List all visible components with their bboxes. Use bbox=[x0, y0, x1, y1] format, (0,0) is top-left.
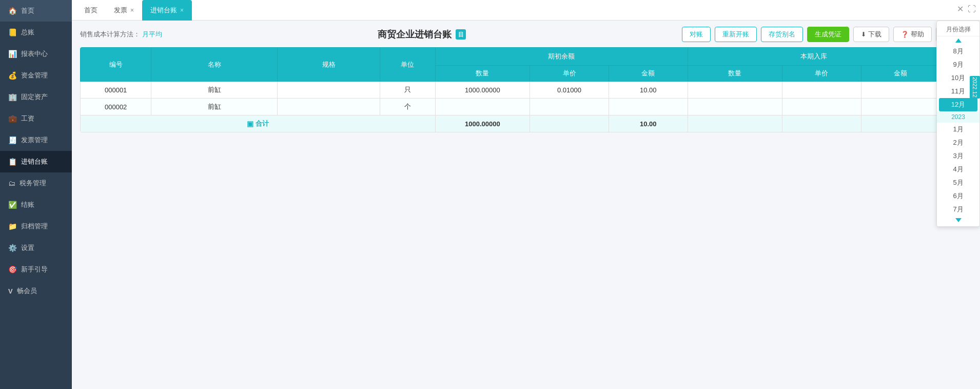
generate-voucher-button[interactable]: 生成凭证 bbox=[807, 27, 849, 42]
total-label-cell: ▣ 合计 bbox=[81, 115, 436, 132]
month-item-2023-6[interactable]: 6月 bbox=[937, 189, 979, 203]
sidebar-item-tax-management[interactable]: 🗂 税务管理 bbox=[0, 172, 72, 194]
sidebar-item-report-center[interactable]: 📊 报表中心 bbox=[0, 43, 72, 65]
home-icon: 🏠 bbox=[8, 7, 17, 15]
cell-benqi-shuliang bbox=[688, 82, 782, 99]
col-header-qichu-jine: 金额 bbox=[609, 66, 688, 82]
cell-benqi-jine bbox=[861, 99, 940, 115]
page-header: 销售成本计算方法： 月平均 商贸企业进销台账 目 对账 重新开账 存货别名 bbox=[80, 27, 972, 42]
tab-ledger-close[interactable]: × bbox=[180, 7, 184, 14]
cell-guige bbox=[278, 82, 380, 99]
ledger-table: 编号 名称 规格 单位 期初余额 本期入库 数 数量 单价 金额 数量 单价 bbox=[80, 47, 972, 132]
month-item-2023-3[interactable]: 3月 bbox=[937, 149, 979, 163]
month-panel: 月份选择 8月 9月 10月 11月 12月 2023 1月 2月 3月 4月 … bbox=[936, 21, 980, 227]
tab-invoice[interactable]: 发票 × bbox=[106, 0, 142, 21]
briefcase-icon: 💼 bbox=[8, 114, 17, 123]
cell-benqi-shuliang bbox=[688, 99, 782, 115]
sidebar-item-fund-management[interactable]: 💰 资金管理 bbox=[0, 65, 72, 86]
total-qichu-danjia bbox=[530, 115, 609, 132]
page-actions: 对账 重新开账 存货别名 生成凭证 ⬇ 下载 ❓ 帮助 bbox=[682, 27, 972, 42]
total-benqi-shuliang bbox=[688, 115, 782, 132]
tab-bar: 首页 发票 × 进销台账 × bbox=[72, 0, 980, 21]
cell-qichu-jine: 10.00 bbox=[609, 82, 688, 99]
col-header-danwei: 单位 bbox=[380, 48, 436, 82]
table-row: 000002 前缸 个 bbox=[81, 99, 972, 115]
cell-qichu-danjia bbox=[530, 99, 609, 115]
tax-icon: 🗂 bbox=[8, 179, 15, 187]
month-item-8[interactable]: 8月 bbox=[937, 45, 979, 58]
reopen-button[interactable]: 重新开账 bbox=[715, 27, 757, 42]
cell-benqi-danjia bbox=[782, 99, 861, 115]
table-row: 000001 前缸 只 1000.00000 0.01000 10.00 bbox=[81, 82, 972, 99]
sidebar-item-salary[interactable]: 💼 工资 bbox=[0, 108, 72, 129]
main-area: ✕ ⛶ 首页 发票 × 进销台账 × 销售成本计算方法： 月平均 商贸企业进销台… bbox=[72, 0, 980, 389]
month-scroll-up-button[interactable] bbox=[937, 36, 979, 45]
guide-icon: 🎯 bbox=[8, 265, 17, 274]
col-header-qichu: 期初余额 bbox=[435, 48, 688, 66]
month-item-9[interactable]: 9月 bbox=[937, 58, 979, 71]
sidebar-item-purchase-sales-ledger[interactable]: 📋 进销台账 bbox=[0, 151, 72, 172]
col-header-benqi-shuliang: 数量 bbox=[688, 66, 782, 82]
cell-danwei: 个 bbox=[380, 99, 436, 115]
month-item-12[interactable]: 12月 bbox=[939, 98, 977, 111]
chart-icon: 📊 bbox=[8, 50, 17, 58]
col-header-guige: 规格 bbox=[278, 48, 380, 82]
sidebar-item-invoice-management[interactable]: 🧾 发票管理 bbox=[0, 129, 72, 151]
duizhang-button[interactable]: 对账 bbox=[682, 27, 711, 42]
month-item-2023-5[interactable]: 5月 bbox=[937, 176, 979, 189]
month-panel-header: 月份选择 bbox=[937, 23, 979, 36]
close-window-button[interactable]: ✕ bbox=[957, 4, 964, 14]
check-icon: ✅ bbox=[8, 201, 17, 209]
sidebar-item-archive-management[interactable]: 📁 归档管理 bbox=[0, 216, 72, 237]
cell-guige bbox=[278, 99, 380, 115]
money-icon: 💰 bbox=[8, 71, 17, 80]
cell-qichu-jine bbox=[609, 99, 688, 115]
col-header-qichu-shuliang: 数量 bbox=[435, 66, 530, 82]
tab-home[interactable]: 首页 bbox=[76, 0, 106, 21]
cell-qichu-danjia: 0.01000 bbox=[530, 82, 609, 99]
sidebar-item-settings[interactable]: ⚙️ 设置 bbox=[0, 237, 72, 259]
tab-invoice-close[interactable]: × bbox=[130, 7, 134, 14]
window-controls: ✕ ⛶ bbox=[957, 4, 976, 14]
month-item-2023-4[interactable]: 4月 bbox=[937, 163, 979, 176]
cell-bianhao: 000002 bbox=[81, 99, 151, 115]
cell-qichu-shuliang bbox=[435, 99, 530, 115]
cell-mingcheng: 前缸 bbox=[151, 99, 278, 115]
total-benqi-jine bbox=[861, 115, 940, 132]
month-item-2023-7[interactable]: 7月 bbox=[937, 203, 979, 216]
col-header-benqi-danjia: 单价 bbox=[782, 66, 861, 82]
year-badge-2022: 2022.12 bbox=[970, 76, 980, 99]
cell-mingcheng: 前缸 bbox=[151, 82, 278, 99]
cell-danwei: 只 bbox=[380, 82, 436, 99]
month-scroll-down-button[interactable] bbox=[937, 216, 979, 224]
sidebar-item-vip[interactable]: V 畅会员 bbox=[0, 280, 72, 302]
svg-marker-1 bbox=[955, 218, 962, 222]
sidebar-item-fixed-assets[interactable]: 🏢 固定资产 bbox=[0, 86, 72, 108]
sidebar-item-checkout[interactable]: ✅ 结账 bbox=[0, 194, 72, 216]
page-meta: 销售成本计算方法： 月平均 bbox=[80, 30, 162, 39]
download-icon: ⬇ bbox=[861, 31, 866, 38]
content-area: 销售成本计算方法： 月平均 商贸企业进销台账 目 对账 重新开账 存货别名 bbox=[72, 21, 980, 389]
month-item-2023-2[interactable]: 2月 bbox=[937, 136, 979, 149]
folder-icon: 📁 bbox=[8, 222, 17, 230]
total-icon: ▣ bbox=[247, 120, 253, 128]
gear-icon: ⚙️ bbox=[8, 244, 17, 252]
col-header-benqi-jine: 金额 bbox=[861, 66, 940, 82]
page-title: 商贸企业进销台账 bbox=[378, 28, 452, 41]
help-icon: ❓ bbox=[901, 31, 909, 38]
maximize-window-button[interactable]: ⛶ bbox=[968, 4, 976, 14]
help-button[interactable]: ❓ 帮助 bbox=[893, 27, 932, 42]
year-2023-label: 2023 bbox=[937, 111, 979, 123]
download-button[interactable]: ⬇ 下载 bbox=[853, 27, 889, 42]
sidebar-item-general-ledger[interactable]: 📒 总账 bbox=[0, 22, 72, 43]
page-title-icon: 目 bbox=[456, 29, 466, 40]
sidebar-item-home[interactable]: 🏠 首页 bbox=[0, 0, 72, 22]
month-item-2023-1[interactable]: 1月 bbox=[937, 123, 979, 136]
sidebar: 🏠 首页 📒 总账 📊 报表中心 💰 资金管理 🏢 固定资产 💼 工资 🧾 发票… bbox=[0, 0, 72, 389]
save-alias-button[interactable]: 存货别名 bbox=[761, 27, 803, 42]
svg-marker-0 bbox=[955, 38, 962, 43]
tab-ledger[interactable]: 进销台账 × bbox=[142, 0, 192, 21]
total-row: ▣ 合计 1000.00000 10.00 bbox=[81, 115, 972, 132]
sidebar-item-guide[interactable]: 🎯 新手引导 bbox=[0, 259, 72, 280]
cell-qichu-shuliang: 1000.00000 bbox=[435, 82, 530, 99]
